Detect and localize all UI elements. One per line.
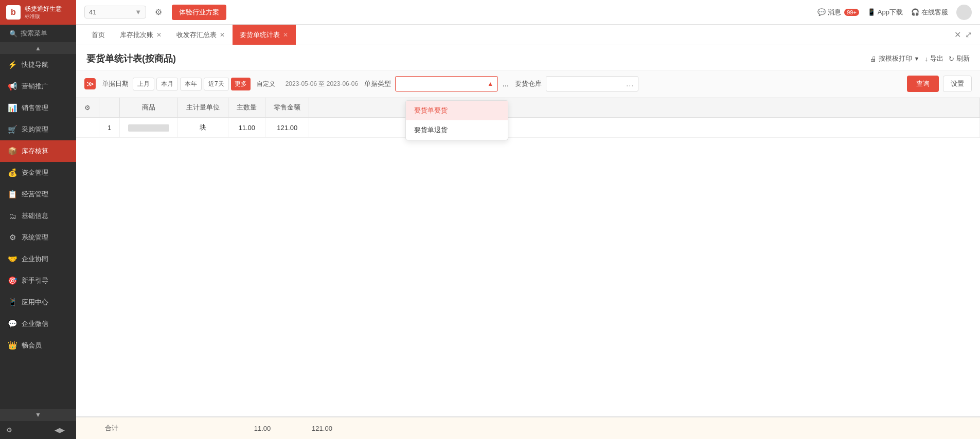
content-area: 要货单统计表(按商品) 🖨 按模板打印 ▼ ↓ 导出 ↻ 刷新 ≫	[76, 45, 980, 439]
sidebar-item-purchase[interactable]: 🛒 采购管理	[0, 119, 76, 140]
main-area: 41 ▼ ⚙ 体验行业方案 💬 消息 99+ 📱 App下载 🎧 在线客服	[76, 0, 980, 439]
tab-actions: ✕ ⤢	[954, 30, 972, 40]
tab-order-stats[interactable]: 要货单统计表 ✕	[233, 25, 296, 45]
sidebar-item-marketing[interactable]: 📢 营销推广	[0, 76, 76, 97]
sidebar-item-wechat[interactable]: 💬 企业微信	[0, 313, 76, 335]
sidebar-item-sales[interactable]: 📊 销售管理	[0, 97, 76, 119]
trial-btn[interactable]: 体验行业方案	[172, 5, 226, 20]
type-filter-select[interactable]: ▲	[395, 76, 498, 92]
sidebar-scroll-down[interactable]: ▼	[0, 409, 76, 420]
sidebar-item-finance[interactable]: 💰 资金管理	[0, 162, 76, 184]
date-week7-btn[interactable]: 近7天	[204, 78, 229, 90]
wechat-icon: 💬	[7, 319, 17, 329]
message-badge: 99+	[844, 9, 859, 16]
inventory-icon: 📦	[7, 146, 17, 156]
row-product-cell	[120, 118, 178, 138]
settings-btn[interactable]: 设置	[943, 76, 972, 92]
tab-send-receive[interactable]: 收发存汇总表 ✕	[169, 25, 233, 45]
sidebar-collapse-btn[interactable]: ◀▶	[55, 426, 65, 434]
warehouse-filter-more-icon[interactable]: …	[626, 79, 634, 88]
refresh-icon: ↻	[949, 55, 954, 63]
sidebar-item-operations[interactable]: 📋 经营管理	[0, 184, 76, 205]
type-filter-more-icon[interactable]: …	[502, 80, 509, 88]
top-bar-left: 41 ▼ ⚙ 体验行业方案	[84, 5, 817, 20]
row-quantity-cell: 11.00	[228, 118, 265, 138]
footer-label: 合计	[84, 424, 118, 433]
sidebar-item-basic-info[interactable]: 🗂 基础信息	[0, 205, 76, 227]
sidebar-item-guide[interactable]: 🎯 新手引导	[0, 270, 76, 291]
warehouse-filter-select[interactable]: …	[546, 76, 638, 92]
date-more-btn[interactable]: 更多	[231, 78, 251, 90]
sidebar-scroll-up[interactable]: ▲	[0, 43, 76, 54]
enterprise-icon: 🤝	[7, 254, 17, 264]
tab-maximize-btn[interactable]: ⤢	[965, 30, 972, 40]
topbar-gear-btn[interactable]: ⚙	[151, 5, 166, 20]
row-unit-cell: 块	[178, 118, 228, 138]
print-btn[interactable]: 🖨 按模板打印 ▼	[870, 54, 920, 63]
operations-icon: 📋	[7, 189, 17, 199]
type-select-arrow-icon: ▲	[487, 80, 493, 87]
query-btn[interactable]: 查询	[907, 76, 939, 92]
dropdown-item-order-goods[interactable]: 要货单要货	[406, 101, 508, 120]
tab-bar: 首页 库存批次账 ✕ 收发存汇总表 ✕ 要货单统计表 ✕ ✕ ⤢	[76, 25, 980, 45]
col-amount: 零售金额	[265, 98, 309, 118]
col-product: 商品	[120, 98, 178, 118]
dropdown-item-order-return[interactable]: 要货单退货	[406, 120, 508, 140]
footer-amount: 121.00	[296, 425, 348, 432]
data-table: ⚙ 商品 主计量单位 主数量 零售金额 1	[76, 98, 980, 138]
store-selector[interactable]: 41 ▼	[84, 6, 146, 19]
print-arrow-icon: ▼	[914, 56, 920, 62]
date-year-btn[interactable]: 本年	[180, 78, 202, 90]
message-btn[interactable]: 💬 消息 99+	[817, 8, 859, 17]
app-center-icon: 📱	[7, 297, 17, 307]
export-icon: ↓	[925, 55, 929, 63]
warehouse-filter-value	[550, 79, 622, 89]
col-unit: 主计量单位	[178, 98, 228, 118]
tab-batch-account[interactable]: 库存批次账 ✕	[113, 25, 169, 45]
page-actions: 🖨 按模板打印 ▼ ↓ 导出 ↻ 刷新	[870, 54, 970, 63]
tab-close-batch-account[interactable]: ✕	[156, 31, 162, 39]
export-btn[interactable]: ↓ 导出	[925, 54, 944, 63]
col-settings[interactable]: ⚙	[76, 98, 99, 118]
quick-nav-icon: ⚡	[7, 60, 17, 70]
date-custom-btn[interactable]: 自定义	[253, 78, 279, 90]
sidebar-item-quick-nav[interactable]: ⚡ 快捷导航	[0, 54, 76, 76]
top-bar-right: 💬 消息 99+ 📱 App下载 🎧 在线客服	[817, 5, 972, 20]
app-download-btn[interactable]: 📱 App下载	[867, 8, 903, 17]
refresh-btn[interactable]: ↻ 刷新	[949, 54, 970, 63]
table-settings-icon: ⚙	[84, 104, 91, 112]
tab-close-order-stats[interactable]: ✕	[283, 31, 288, 39]
tab-home[interactable]: 首页	[84, 25, 113, 45]
date-range-text: 2023-05-06 至 2023-06-06	[286, 80, 358, 88]
logo-icon: b	[6, 5, 21, 20]
col-quantity: 主数量	[228, 98, 265, 118]
type-filter-label: 单据类型	[364, 79, 391, 88]
col-index	[99, 98, 120, 118]
sidebar-footer: ⚙ ◀▶	[0, 420, 76, 439]
sidebar-item-system[interactable]: ⚙ 系统管理	[0, 227, 76, 248]
finance-icon: 💰	[7, 168, 17, 178]
user-avatar[interactable]	[956, 5, 972, 20]
top-bar: 41 ▼ ⚙ 体验行业方案 💬 消息 99+ 📱 App下载 🎧 在线客服	[76, 0, 980, 25]
sidebar-item-member[interactable]: 👑 畅会员	[0, 335, 76, 356]
logo-text: 畅捷通好生意 标准版	[25, 5, 62, 20]
marketing-icon: 📢	[7, 81, 17, 92]
basic-info-icon: 🗂	[7, 211, 17, 221]
online-service-btn[interactable]: 🎧 在线客服	[911, 8, 948, 17]
date-current-btn[interactable]: 本月	[156, 78, 178, 90]
date-filter-label: 单据日期	[102, 79, 129, 88]
sidebar-settings-btn[interactable]: ⚙	[6, 426, 12, 434]
sidebar-item-app-center[interactable]: 📱 应用中心	[0, 291, 76, 313]
sidebar-item-inventory[interactable]: 📦 库存核算	[0, 140, 76, 162]
sidebar-logo: b 畅捷通好生意 标准版	[0, 0, 76, 25]
type-filter-group: 单据类型 ▲ …	[364, 76, 509, 92]
headset-icon: 🎧	[911, 8, 919, 16]
sidebar-item-enterprise[interactable]: 🤝 企业协同	[0, 248, 76, 270]
filter-toggle-btn[interactable]: ≫	[84, 78, 96, 89]
row-settings-cell	[76, 118, 99, 138]
tab-close-send-receive[interactable]: ✕	[220, 31, 225, 39]
tab-close-all-btn[interactable]: ✕	[954, 30, 961, 40]
sidebar-search-btn[interactable]: 🔍 搜索菜单	[0, 25, 76, 43]
type-dropdown: 要货单要货 要货单退货	[405, 100, 508, 140]
date-prev-btn[interactable]: 上月	[133, 78, 154, 90]
